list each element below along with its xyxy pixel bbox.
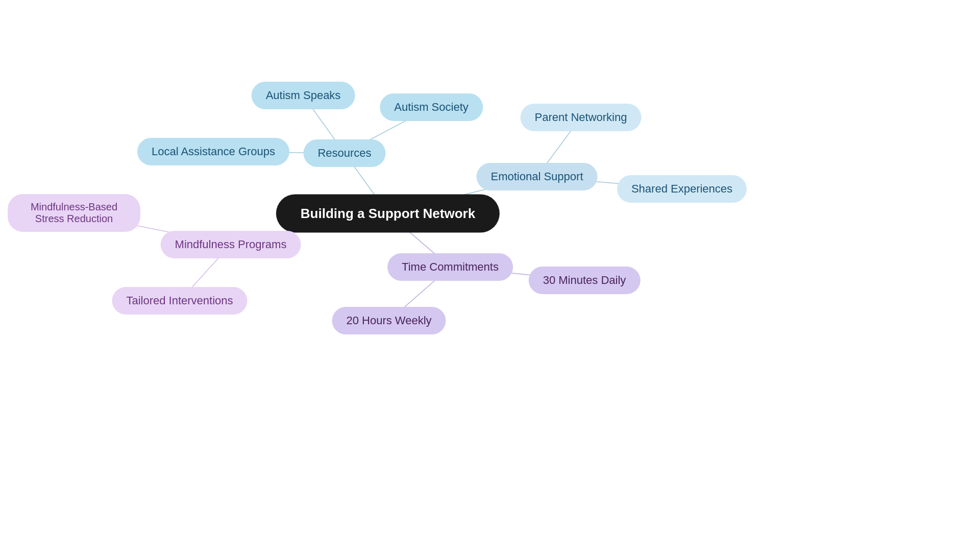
autism-speaks-node: Autism Speaks bbox=[252, 82, 355, 109]
shared-experiences-node: Shared Experiences bbox=[617, 175, 747, 203]
tailored-interventions-node: Tailored Interventions bbox=[112, 287, 247, 315]
center-node: Building a Support Network bbox=[276, 195, 500, 233]
autism-society-node: Autism Society bbox=[380, 93, 483, 121]
parent-networking-node: Parent Networking bbox=[521, 104, 642, 131]
mind-map-canvas: Building a Support Network Resources Aut… bbox=[0, 0, 980, 553]
resources-node: Resources bbox=[303, 139, 385, 167]
time-commitments-node: Time Commitments bbox=[387, 253, 513, 281]
thirty-minutes-node: 30 Minutes Daily bbox=[529, 267, 641, 294]
twenty-hours-node: 20 Hours Weekly bbox=[332, 307, 446, 334]
mindfulness-stress-node: Mindfulness-Based Stress Reduction bbox=[8, 194, 140, 232]
mindfulness-programs-node: Mindfulness Programs bbox=[161, 231, 301, 258]
local-assistance-node: Local Assistance Groups bbox=[137, 138, 289, 165]
emotional-support-node: Emotional Support bbox=[477, 163, 598, 190]
